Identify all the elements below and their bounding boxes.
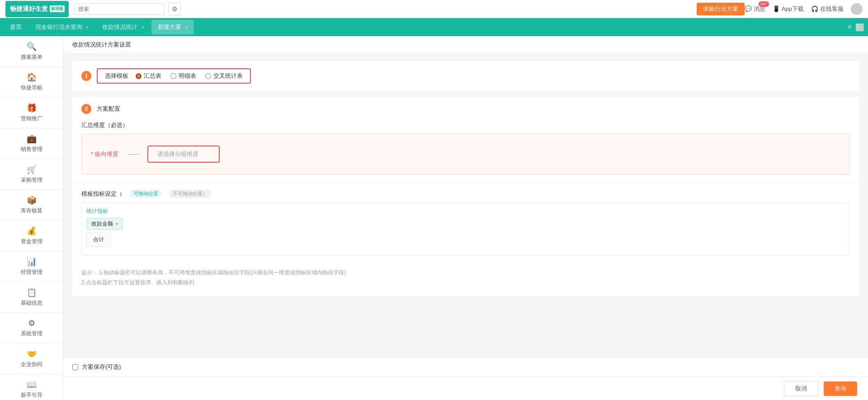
top-bar: 畅捷通好生意 标准版 ⚙ 体验行业方案 💬 消息 99+ 📱 App下载 🎧 在… <box>0 0 868 18</box>
nav-tab-actions: × ⬜ <box>848 23 864 32</box>
basicinfo-icon: 📋 <box>27 287 37 297</box>
service-label: 在线客服 <box>820 5 844 13</box>
inventory-icon: 📦 <box>27 195 37 205</box>
industry-button[interactable]: 体验行业方案 <box>697 3 745 15</box>
logo-text: 畅捷通好生意 <box>10 5 48 13</box>
page-title: 收款情况统计方案设置 <box>72 41 131 48</box>
footer-bar: 取消 查询 <box>63 376 868 400</box>
radio-group-template: 汇总表 明细表 交叉统计表 <box>136 72 243 80</box>
guide-icon: 📖 <box>27 380 37 390</box>
sidebar-item-enterprise[interactable]: 🤝 企业协同 <box>0 344 63 374</box>
sidebar: 🔍 搜索菜单 🏠 快捷导航 🎁 营销推广 💼 销售管理 🛒 采购管理 📦 库存核… <box>0 36 63 400</box>
step1-row: 1 选择模板 汇总表 明细表 <box>72 61 859 91</box>
form-area: 1 选择模板 汇总表 明细表 <box>63 54 868 357</box>
tip-line1: 提示： 1.拖动标题栏可以调整布局，不可跨维度或指标区域拖动目字段(只能在同一维… <box>81 268 850 278</box>
message-badge: 99+ <box>759 1 769 7</box>
radio-detail[interactable]: 明细表 <box>170 72 196 80</box>
metrics-tag-amount[interactable]: 收款金额 ▾ <box>86 218 123 230</box>
management-icon: 📊 <box>27 257 37 267</box>
search-input[interactable] <box>74 3 165 15</box>
sidebar-item-inventory[interactable]: 📦 库存核算 <box>0 190 63 221</box>
radio-cross[interactable]: 交叉统计表 <box>205 72 243 80</box>
message-icon: 💬 <box>745 5 752 12</box>
sales-icon: 💼 <box>27 134 37 144</box>
metrics-tags: 收款金额 ▾ <box>86 218 845 230</box>
sidebar-item-guide-label: 新手引导 <box>21 391 42 399</box>
save-checkbox[interactable] <box>72 364 78 370</box>
main-layout: 🔍 搜索菜单 🏠 快捷导航 🎁 营销推广 💼 销售管理 🛒 采购管理 📦 库存核… <box>0 36 868 400</box>
metrics-sub-cell-total: 合计 <box>86 233 111 247</box>
avatar[interactable] <box>851 3 863 15</box>
radio-cross-label: 交叉统计表 <box>213 72 243 80</box>
dimension-config: 汇总维度（必选） * 纵向维度 —— 请选择分组维度 <box>72 121 859 182</box>
maximize-window-icon[interactable]: ⬜ <box>855 23 864 32</box>
sidebar-item-finance-label: 资金管理 <box>21 238 42 245</box>
radio-summary-input[interactable] <box>136 73 142 79</box>
sidebar-item-finance[interactable]: 💰 资金管理 <box>0 221 63 251</box>
cancel-button[interactable]: 取消 <box>784 381 818 396</box>
radio-summary-label: 汇总表 <box>144 72 161 80</box>
sidebar-item-inventory-label: 库存核算 <box>21 207 42 215</box>
message-button[interactable]: 💬 消息 99+ <box>745 5 765 13</box>
metrics-tag-amount-label: 收款金额 <box>91 220 113 228</box>
download-button[interactable]: 📱 App下载 <box>773 5 804 13</box>
finance-icon: 💰 <box>27 226 37 236</box>
metrics-sub-row: 合计 <box>86 233 845 247</box>
sidebar-item-management-label: 经营管理 <box>21 268 42 276</box>
tab-new-plan[interactable]: 新建方案 × <box>151 20 194 34</box>
query-button[interactable]: 查询 <box>824 381 857 396</box>
sidebar-item-basicinfo-label: 基础信息 <box>21 299 42 307</box>
save-label[interactable]: 方案保存(可选) <box>82 363 121 371</box>
sidebar-item-quicknav[interactable]: 🏠 快捷导航 <box>0 67 63 98</box>
sidebar-item-enterprise-label: 企业协同 <box>21 361 42 368</box>
draggable-badge: 可拖动位置 <box>130 189 162 198</box>
purchase-icon: 🛒 <box>27 165 37 174</box>
metrics-category-label: 统计指标 <box>86 207 845 215</box>
service-icon: 🎧 <box>811 5 818 12</box>
service-button[interactable]: 🎧 在线客服 <box>811 5 844 13</box>
tab-collection-stats-close[interactable]: × <box>141 24 144 30</box>
tab-cashflow-close[interactable]: × <box>86 24 89 30</box>
step1-num: 1 <box>81 71 91 81</box>
top-bar-icons: 💬 消息 99+ 📱 App下载 🎧 在线客服 <box>745 3 863 15</box>
tab-home[interactable]: 首页 <box>4 20 28 34</box>
metrics-area: 统计指标 收款金额 ▾ 合计 <box>81 202 850 255</box>
dim-row-label: * 纵向维度 <box>91 150 118 158</box>
logo: 畅捷通好生意 标准版 <box>5 1 69 17</box>
download-icon: 📱 <box>773 5 780 12</box>
radio-detail-input[interactable] <box>170 73 176 79</box>
sidebar-item-sales-label: 销售管理 <box>21 146 42 153</box>
sidebar-item-management[interactable]: 📊 经营管理 <box>0 251 63 282</box>
radio-summary[interactable]: 汇总表 <box>136 72 161 80</box>
metrics-category-stats: 统计指标 收款金额 ▾ 合计 <box>86 207 845 247</box>
sidebar-item-guide[interactable]: 📖 新手引导 <box>0 374 63 400</box>
not-draggable-badge: 不可拖动位置） <box>169 189 211 198</box>
radio-cross-input[interactable] <box>205 73 211 79</box>
tab-cashflow[interactable]: 现金银行流水查询 × <box>29 20 95 34</box>
sidebar-item-quicknav-label: 快捷导航 <box>21 84 42 92</box>
sidebar-item-purchase[interactable]: 🛒 采购管理 <box>0 159 63 190</box>
dimension-area: * 纵向维度 —— 请选择分组维度 <box>81 134 850 174</box>
sidebar-item-purchase-label: 采购管理 <box>21 176 42 184</box>
metrics-section-label: 模板指标设定（ 可拖动位置 不可拖动位置） <box>81 189 850 198</box>
tab-collection-stats[interactable]: 收款情况统计 × <box>96 20 150 34</box>
step2-header: 2 方案配置 <box>72 97 859 121</box>
system-icon: ⚙ <box>28 318 35 328</box>
sidebar-item-marketing[interactable]: 🎁 营销推广 <box>0 98 63 128</box>
sidebar-item-system[interactable]: ⚙ 系统管理 <box>0 313 63 344</box>
sidebar-item-sales[interactable]: 💼 销售管理 <box>0 128 63 159</box>
tips-area: 提示： 1.拖动标题栏可以调整布局，不可跨维度或指标区域拖动目字段(只能在同一维… <box>72 263 859 296</box>
gear-button[interactable]: ⚙ <box>168 3 181 15</box>
download-label: App下载 <box>782 5 804 13</box>
dim-select-box[interactable]: 请选择分组维度 <box>147 146 220 163</box>
step2-label: 方案配置 <box>97 105 120 113</box>
metrics-section: 模板指标设定（ 可拖动位置 不可拖动位置） 统计指标 收款金额 ▾ <box>72 182 859 263</box>
tab-collection-stats-label: 收款情况统计 <box>102 23 137 31</box>
sidebar-item-basicinfo[interactable]: 📋 基础信息 <box>0 282 63 313</box>
close-window-icon[interactable]: × <box>848 23 852 32</box>
tab-new-plan-close[interactable]: × <box>185 24 188 30</box>
sidebar-item-search[interactable]: 🔍 搜索菜单 <box>0 36 63 67</box>
step2-section: 2 方案配置 汇总维度（必选） * 纵向维度 —— 请选择分组维度 <box>72 97 859 296</box>
template-box: 选择模板 汇总表 明细表 <box>97 68 251 84</box>
step1-label: 选择模板 <box>105 72 128 80</box>
